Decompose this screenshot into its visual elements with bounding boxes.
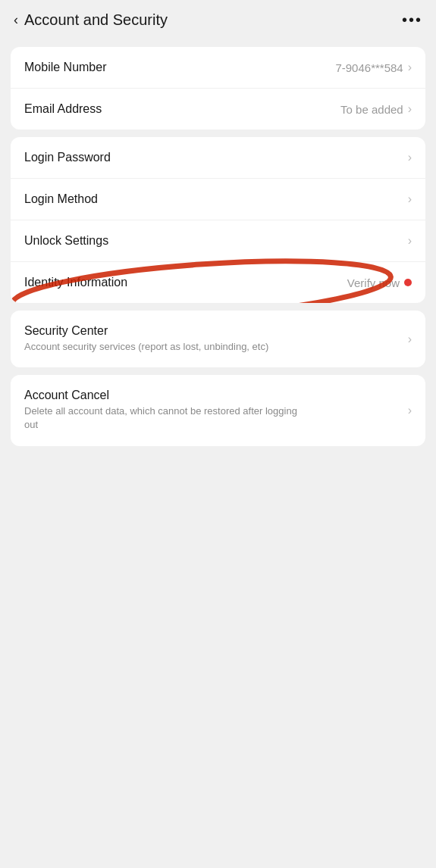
email-address-left: Email Address	[24, 102, 102, 116]
unlock-settings-chevron: ›	[408, 234, 412, 248]
login-settings-section: Login Password › Login Method › Unlock S…	[11, 137, 425, 303]
login-method-right: ›	[408, 192, 412, 206]
more-options-icon[interactable]: •••	[402, 11, 422, 29]
mobile-number-right: 7-9046***584 ›	[335, 61, 412, 74]
login-method-label: Login Method	[24, 192, 98, 206]
account-cancel-item[interactable]: Account Cancel Delete all account data, …	[11, 375, 425, 445]
login-password-left: Login Password	[24, 151, 111, 164]
security-center-section: Security Center Account security service…	[11, 311, 425, 367]
login-password-right: ›	[408, 151, 412, 164]
mobile-number-left: Mobile Number	[24, 61, 106, 74]
contact-info-section: Mobile Number 7-9046***584 › Email Addre…	[11, 47, 425, 130]
security-center-right: ›	[408, 333, 412, 346]
notification-dot	[404, 279, 412, 286]
email-address-chevron: ›	[408, 102, 412, 116]
mobile-number-item[interactable]: Mobile Number 7-9046***584 ›	[11, 47, 425, 89]
unlock-settings-right: ›	[408, 234, 412, 248]
login-password-label: Login Password	[24, 151, 111, 164]
identity-information-item[interactable]: Identity Information Verify now	[11, 262, 425, 303]
unlock-settings-label: Unlock Settings	[24, 234, 108, 248]
login-method-item[interactable]: Login Method ›	[11, 179, 425, 220]
email-address-value: To be added	[340, 103, 403, 116]
unlock-settings-item[interactable]: Unlock Settings ›	[11, 220, 425, 262]
security-center-left: Security Center Account security service…	[24, 324, 268, 354]
email-address-right: To be added ›	[340, 102, 412, 116]
header-left: ‹ Account and Security	[14, 11, 168, 29]
login-password-item[interactable]: Login Password ›	[11, 137, 425, 179]
login-method-left: Login Method	[24, 192, 98, 206]
email-address-item[interactable]: Email Address To be added ›	[11, 89, 425, 130]
account-cancel-label: Account Cancel	[24, 389, 312, 402]
account-cancel-left: Account Cancel Delete all account data, …	[24, 389, 312, 432]
login-password-chevron: ›	[408, 151, 412, 164]
unlock-settings-left: Unlock Settings	[24, 234, 108, 248]
security-center-chevron: ›	[408, 333, 412, 346]
account-cancel-chevron: ›	[408, 404, 412, 417]
account-cancel-section: Account Cancel Delete all account data, …	[11, 375, 425, 445]
verify-now-text: Verify now	[347, 276, 400, 289]
security-center-sublabel: Account security services (report as los…	[24, 340, 268, 354]
back-icon[interactable]: ‹	[14, 12, 18, 28]
email-address-label: Email Address	[24, 102, 102, 116]
page-title: Account and Security	[24, 11, 168, 29]
header: ‹ Account and Security •••	[0, 0, 436, 39]
account-cancel-right: ›	[408, 404, 412, 417]
mobile-number-label: Mobile Number	[24, 61, 106, 74]
mobile-number-chevron: ›	[408, 61, 412, 74]
identity-information-label: Identity Information	[24, 276, 127, 289]
login-method-chevron: ›	[408, 192, 412, 206]
identity-information-left: Identity Information	[24, 276, 127, 289]
mobile-number-value: 7-9046***584	[335, 61, 403, 74]
security-center-label: Security Center	[24, 324, 268, 338]
security-center-item[interactable]: Security Center Account security service…	[11, 311, 425, 367]
account-cancel-sublabel: Delete all account data, which cannot be…	[24, 404, 312, 432]
identity-information-right: Verify now	[347, 276, 412, 289]
